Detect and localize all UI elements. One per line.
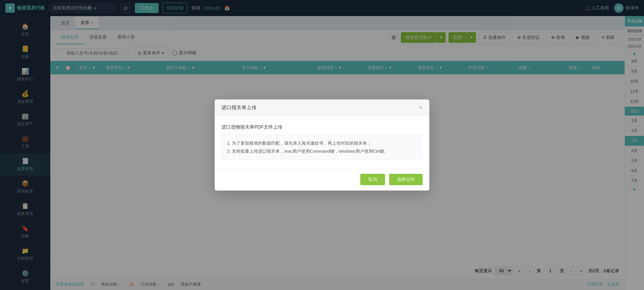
modal-footer: 取消 选择文件	[215, 168, 429, 191]
modal-close-button[interactable]: ×	[419, 104, 423, 111]
modal-subtitle: 进口货物报关单PDF文件上传	[221, 124, 423, 130]
modal-info-box: 1. 为了更加精准的数据匹配，请先录入海关缴款书，再上传对应的报关单； 2. 支…	[221, 134, 423, 160]
modal-title: 进口报关单上传	[221, 104, 257, 111]
import-modal: 进口报关单上传 × 进口货物报关单PDF文件上传 1. 为了更加精准的数据匹配，…	[215, 99, 429, 191]
modal-info-item-2: 2. 支持批量上传进口报关单，mac用户使用Command键，windows用户…	[227, 147, 417, 155]
modal-select-file-button[interactable]: 选择文件	[389, 174, 423, 185]
modal-body: 进口货物报关单PDF文件上传 1. 为了更加精准的数据匹配，请先录入海关缴款书，…	[215, 116, 429, 168]
modal-cancel-button[interactable]: 取消	[360, 174, 385, 185]
modal-info-item-1: 1. 为了更加精准的数据匹配，请先录入海关缴款书，再上传对应的报关单；	[227, 139, 417, 147]
modal-overlay: 进口报关单上传 × 进口货物报关单PDF文件上传 1. 为了更加精准的数据匹配，…	[0, 0, 644, 290]
modal-header: 进口报关单上传 ×	[215, 99, 429, 116]
